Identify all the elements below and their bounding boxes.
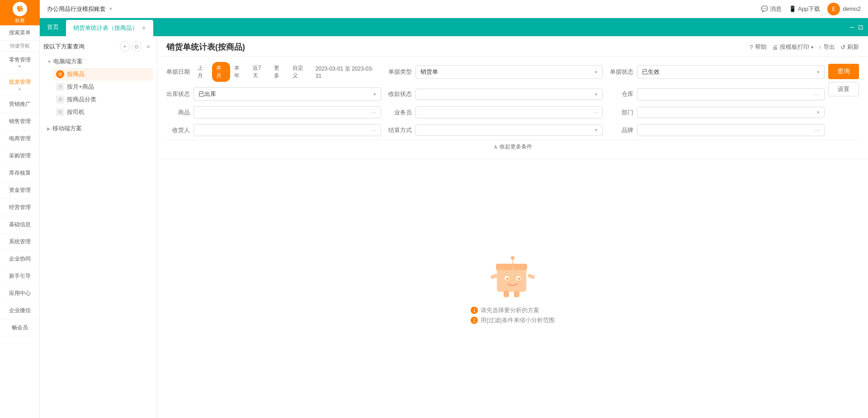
brand-more-icon[interactable]: ··· bbox=[815, 127, 820, 133]
tab-close-icon[interactable]: ✕ bbox=[142, 25, 146, 31]
tab-home[interactable]: 首页 bbox=[40, 18, 66, 36]
filter-payment-status: 收款状态 ▾ bbox=[388, 89, 603, 100]
svg-rect-0 bbox=[497, 267, 526, 292]
sidebar-item-system[interactable]: 系统管理 bbox=[0, 233, 39, 251]
filter-product: 商品 ··· bbox=[166, 106, 381, 119]
doc-status-label: 单据状态 bbox=[610, 68, 637, 76]
desktop-section-header[interactable]: ▼ 电脑端方案 bbox=[43, 55, 153, 68]
help-icon: ? bbox=[750, 44, 753, 51]
sidebar-item-purchase[interactable]: 采购管理 bbox=[0, 147, 39, 165]
by-product-label: 按商品 bbox=[67, 70, 85, 78]
maximize-icon[interactable]: ⊡ bbox=[858, 24, 863, 31]
sidebar-item-marketing[interactable]: 营销推广 bbox=[0, 96, 39, 113]
filter-fields: 单据日期 上月 本月 本年 近7天 更多 自定义 bbox=[166, 62, 825, 136]
add-scheme-btn[interactable]: + bbox=[120, 42, 130, 52]
sidebar-item-sales[interactable]: 销售管理 bbox=[0, 113, 39, 130]
sidebar-item-member[interactable]: 畅会员 bbox=[0, 319, 39, 337]
export-label: 导出 bbox=[823, 43, 835, 51]
main-area: 办公用品行业模拟账套 ▾ 💬 消息 📱 App下载 E demo2 首页 bbox=[40, 0, 868, 418]
by-category-icon: 类 bbox=[56, 95, 64, 104]
search-label[interactable]: 搜索菜单 bbox=[9, 29, 31, 36]
refresh-btn[interactable]: ↺ 刷新 bbox=[840, 43, 859, 51]
right-panel: 销货单统计表(按商品) ? 帮助 🖨 按模板打印 ▾ ↑ 导出 bbox=[157, 36, 868, 418]
doc-status-value: 已生效 bbox=[642, 68, 815, 76]
filter-row-2: 出库状态 已出库 ▾ 收款状态 ▾ bbox=[166, 87, 825, 101]
date-label: 单据日期 bbox=[166, 68, 193, 76]
download-icon: 📱 bbox=[789, 5, 796, 12]
sidebar-item-inventory[interactable]: 库存核算 bbox=[0, 165, 39, 182]
product-control[interactable]: ··· bbox=[193, 106, 381, 119]
empty-hint-2: 2 用[过滤]条件来缩小分析范围 bbox=[471, 316, 554, 324]
mobile-section-header[interactable]: ▶ 移动端方案 bbox=[43, 122, 153, 135]
left-panel: 按以下方案查询 + ⊙ « ▼ 电脑端方案 按 按商品 bbox=[40, 36, 157, 418]
collapse-panel-btn[interactable]: « bbox=[143, 42, 153, 52]
tree-item-by-cashier[interactable]: 司 按司机 bbox=[52, 106, 153, 119]
empty-svg bbox=[488, 251, 538, 301]
workspace-dropdown-icon[interactable]: ▾ bbox=[109, 6, 112, 12]
brand-control[interactable]: ··· bbox=[637, 124, 825, 136]
salesperson-more-icon[interactable]: ··· bbox=[593, 109, 598, 116]
warehouse-label: 仓库 bbox=[610, 90, 637, 98]
warehouse-status-control[interactable]: 已出库 ▾ bbox=[193, 87, 381, 101]
doc-type-arrow-icon: ▾ bbox=[595, 69, 598, 75]
tree-item-by-product[interactable]: 按 按商品 bbox=[52, 68, 153, 81]
department-label: 部门 bbox=[610, 109, 637, 117]
sidebar-item-basic[interactable]: 基础信息 bbox=[0, 216, 39, 233]
tab-home-label: 首页 bbox=[47, 23, 59, 31]
app-download-label: App下载 bbox=[798, 5, 820, 13]
sidebar-item-retail[interactable]: 零售管理 ▾ bbox=[0, 52, 39, 74]
doc-status-control[interactable]: 已生效 ▾ bbox=[637, 65, 825, 79]
date-pill-7days[interactable]: 近7天 bbox=[249, 62, 270, 82]
by-category-label: 按商品分类 bbox=[67, 95, 96, 104]
sidebar-item-enterprise[interactable]: 企业协同 bbox=[0, 251, 39, 268]
warehouse-more-icon[interactable]: ··· bbox=[815, 91, 820, 98]
topbar: 办公用品行业模拟账套 ▾ 💬 消息 📱 App下载 E demo2 bbox=[40, 0, 868, 18]
recipient-control[interactable]: ··· bbox=[193, 124, 381, 136]
message-btn[interactable]: 💬 消息 bbox=[761, 5, 782, 13]
sidebar-item-finance[interactable]: 资金管理 bbox=[0, 182, 39, 199]
sidebar-item-newbie[interactable]: 新手引导 bbox=[0, 268, 39, 285]
query-button[interactable]: 查询 bbox=[828, 64, 859, 79]
edit-scheme-btn[interactable]: ⊙ bbox=[132, 42, 142, 52]
recipient-more-icon[interactable]: ··· bbox=[371, 127, 376, 133]
payment-method-label: 结算方式 bbox=[388, 126, 415, 134]
payment-status-control[interactable]: ▾ bbox=[415, 89, 603, 100]
date-pill-this-month[interactable]: 本月 bbox=[212, 62, 231, 82]
user-area[interactable]: E demo2 bbox=[827, 3, 861, 15]
product-more-icon[interactable]: ··· bbox=[371, 109, 376, 116]
date-pill-more[interactable]: 更多 bbox=[270, 62, 288, 82]
filter-recipient: 收货人 ··· bbox=[166, 124, 381, 136]
by-cashier-label: 按司机 bbox=[67, 108, 85, 116]
by-product-icon: 按 bbox=[56, 70, 64, 78]
sidebar-item-ecommerce[interactable]: 电商管理 bbox=[0, 130, 39, 147]
help-btn[interactable]: ? 帮助 bbox=[750, 43, 766, 51]
svg-rect-1 bbox=[496, 264, 527, 270]
date-pill-custom[interactable]: 自定义 bbox=[288, 62, 312, 82]
tab-report[interactable]: 销货单统计表（按商品） ✕ bbox=[66, 20, 153, 36]
sidebar-search-item[interactable]: 搜索菜单 bbox=[0, 25, 39, 41]
sidebar-item-apps[interactable]: 应用中心 bbox=[0, 285, 39, 302]
sidebar-item-wechat[interactable]: 企业微信 bbox=[0, 302, 39, 319]
tree-item-by-category[interactable]: 类 按商品分类 bbox=[52, 93, 153, 106]
settings-button[interactable]: 设置 bbox=[828, 82, 859, 96]
recipient-label: 收货人 bbox=[166, 126, 193, 134]
date-pill-last-month[interactable]: 上月 bbox=[193, 62, 212, 82]
collapse-filters-btn[interactable]: ∧ 收起更多条件 bbox=[166, 140, 859, 153]
doc-type-control[interactable]: 销货单 ▾ bbox=[415, 65, 603, 79]
date-pill-this-year[interactable]: 本年 bbox=[230, 62, 249, 82]
department-control[interactable]: ▾ bbox=[637, 107, 825, 118]
minimize-icon[interactable]: ─ bbox=[850, 24, 854, 31]
salesperson-control[interactable]: ··· bbox=[415, 106, 603, 119]
help-label: 帮助 bbox=[755, 43, 767, 51]
sidebar-item-operations[interactable]: 经营管理 bbox=[0, 199, 39, 216]
warehouse-control[interactable]: ··· bbox=[637, 88, 825, 100]
export-btn[interactable]: ↑ 导出 bbox=[819, 43, 835, 51]
app-download-btn[interactable]: 📱 App下载 bbox=[789, 5, 820, 13]
payment-method-control[interactable]: ▾ bbox=[415, 124, 603, 136]
print-btn[interactable]: 🖨 按模板打印 ▾ bbox=[772, 43, 813, 51]
tree-item-by-month-product[interactable]: 月 按月+商品 bbox=[52, 81, 153, 93]
empty-state: 1 请先选择要分析的方案 2 用[过滤]条件来缩小分析范围 bbox=[157, 159, 868, 418]
filter-date: 单据日期 上月 本月 本年 近7天 更多 自定义 bbox=[166, 62, 381, 82]
window-controls: ─ ⊡ bbox=[850, 24, 868, 31]
sidebar-item-wholesale[interactable]: 批发管理 ▴ bbox=[0, 74, 39, 96]
